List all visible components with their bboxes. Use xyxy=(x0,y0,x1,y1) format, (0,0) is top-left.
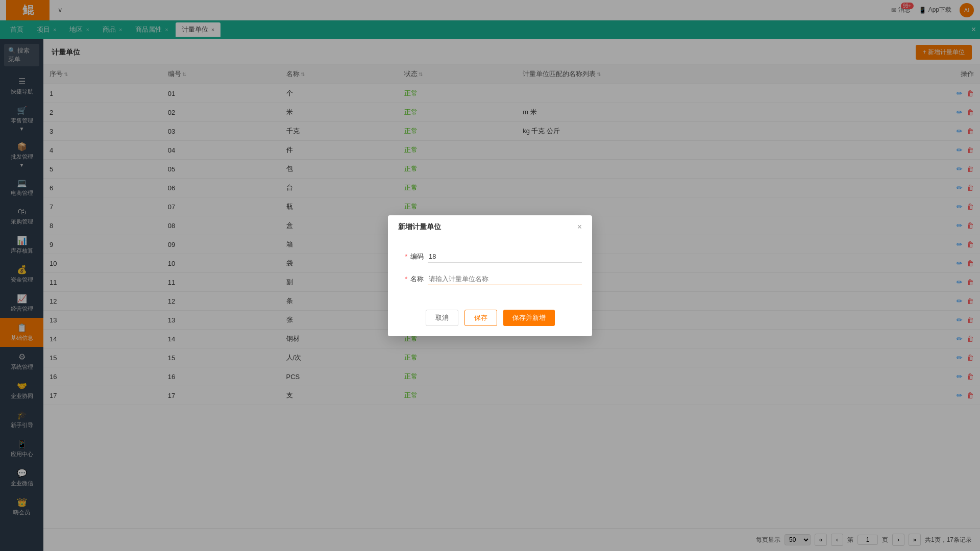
name-required-mark: * xyxy=(405,275,407,283)
modal-title: 新增计量单位 xyxy=(398,222,441,232)
code-input[interactable] xyxy=(428,251,582,263)
form-row-name: * 名称 xyxy=(398,273,582,285)
cancel-button[interactable]: 取消 xyxy=(426,310,458,326)
name-label-text: 名称 xyxy=(410,275,424,283)
modal-footer: 取消 保存 保存并新增 xyxy=(388,304,592,336)
form-row-code: * 编码 xyxy=(398,251,582,263)
add-unit-modal: 新增计量单位 × * 编码 * 名称 取消 保存 保存并新增 xyxy=(388,215,592,336)
name-input[interactable] xyxy=(428,273,582,285)
save-button[interactable]: 保存 xyxy=(464,310,497,326)
modal-body: * 编码 * 名称 xyxy=(388,238,592,304)
modal-overlay: 新增计量单位 × * 编码 * 名称 取消 保存 保存并新增 xyxy=(0,0,980,551)
name-label: * 名称 xyxy=(398,274,424,284)
code-label: * 编码 xyxy=(398,252,424,261)
modal-close-btn[interactable]: × xyxy=(577,222,582,232)
save-and-add-button[interactable]: 保存并新增 xyxy=(503,310,555,326)
modal-header: 新增计量单位 × xyxy=(388,215,592,238)
code-label-text: 编码 xyxy=(410,253,424,260)
code-required-mark: * xyxy=(405,253,407,260)
